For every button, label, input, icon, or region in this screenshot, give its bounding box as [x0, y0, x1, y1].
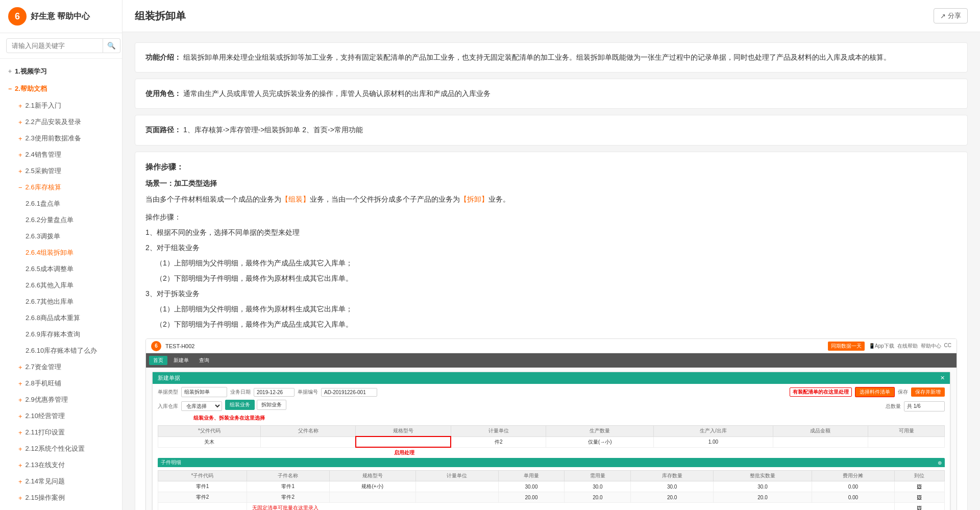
search-button[interactable]: 🔍 — [103, 38, 120, 53]
operations-section: 操作步骤： 场景一：加工类型选择 当由多个子件材料组装成一个成品的业务为【组装】… — [135, 152, 968, 510]
sim-topbar: 6 TEST-H002 同期数据一天 📱App下载 在线帮助 帮助中心 CC — [146, 339, 957, 353]
sim-actions: 📱App下载 在线帮助 帮助中心 CC — [869, 343, 951, 350]
sidebar-item-adjust[interactable]: 2.6.3调拨单 — [0, 228, 122, 245]
prefix-icon: + — [18, 363, 22, 371]
sidebar-item-sales[interactable]: + 2.4销售管理 — [0, 147, 122, 163]
prefix-icon: + — [18, 494, 22, 502]
sim-help-center: 帮助中心 — [921, 343, 941, 350]
lower-th-unit: 计量单位 — [415, 471, 498, 481]
sidebar-item-assembly[interactable]: 2.6.4组装拆卸单 — [0, 245, 122, 261]
lower-th-stock: 库存数量 — [631, 471, 714, 481]
sim-body: 新建单据 ✕ 单据类型 组装拆卸单 业务日期 2019-12-26 — [146, 368, 957, 510]
sidebar-item-label: 2.6.6其他入库单 — [26, 281, 74, 290]
sidebar-item-online[interactable]: + 2.13在线支付 — [0, 457, 122, 473]
sim-dialog-close[interactable]: ✕ — [940, 375, 945, 381]
bom-note-label: 有装配清单的在这里处理 — [790, 387, 852, 397]
sidebar-item-coupon[interactable]: + 2.9优惠券管理 — [0, 392, 122, 408]
lower-th-cost: 费用分摊 — [812, 471, 895, 481]
sidebar-item-purchase[interactable]: + 2.5采购管理 — [0, 163, 122, 179]
expand-icon: − — [8, 85, 12, 92]
sim-nav-home[interactable]: 首页 — [149, 356, 167, 365]
lower-td-need-1: 30.0 — [565, 481, 631, 492]
sim-select-bom-btn[interactable]: 选择料件清单 — [855, 387, 895, 397]
sidebar-item-video[interactable]: + 1.视频学习 — [0, 63, 122, 80]
sidebar-item-label: 2.6.5成本调整单 — [26, 264, 74, 274]
sim-company: TEST-H002 — [165, 343, 824, 349]
sim-warehouse-select[interactable]: 仓库选择 — [181, 401, 222, 411]
sidebar-item-inbound[interactable]: 2.6.6其他入库单 — [0, 277, 122, 294]
sidebar-item-cases[interactable]: + 2.15操作案例 — [0, 490, 122, 506]
lower-td-unit-1 — [415, 481, 498, 492]
sidebar-item-label: 2.6.10库存账本错了么办 — [26, 346, 97, 355]
sidebar-item-inventory[interactable]: − 2.6库存核算 — [0, 179, 122, 196]
sim-lower-table-wrapper: *子件代码 子件名称 规格型号 计量单位 单用量 需用量 库存数量 — [158, 468, 945, 510]
page-path-label: 页面路径： — [145, 126, 181, 134]
prefix-icon: + — [18, 412, 22, 420]
sidebar-item-data[interactable]: + 2.3使用前数据准备 — [0, 130, 122, 147]
sidebar-item-ledger[interactable]: 2.6.9库存账本查询 — [0, 326, 122, 343]
sidebar-item-stocktake[interactable]: 2.6.1盘点单 — [0, 196, 122, 212]
step-2-1: （1）上部明细为父件明细，最终作为产成品生成其它入库单； — [145, 256, 957, 270]
sidebar-item-ops[interactable]: + 2.10经营管理 — [0, 408, 122, 424]
lower-th-need-qty: 需用量 — [565, 471, 631, 481]
form-label-date: 业务日期 — [230, 388, 251, 396]
form-input-type[interactable]: 组装拆卸单 — [181, 387, 227, 397]
sidebar-item-label: 2.5采购管理 — [26, 166, 61, 176]
sim-type-tabs: 组装业务 拆卸业务 — [225, 400, 286, 410]
sidebar-item-outbound[interactable]: 2.6.7其他出库单 — [0, 294, 122, 310]
page-path-content: 1、库存核算->库存管理->组装拆卸单 2、首页->常用功能 — [183, 126, 363, 134]
sim-nav: 首页 新建单 查询 — [146, 353, 957, 368]
lower-td-cost-2: 0.00 — [812, 492, 895, 503]
upper-td-spec — [356, 436, 451, 447]
sim-logo-icon: 6 — [151, 341, 161, 351]
lower-td-need-2: 20.0 — [565, 492, 631, 503]
lower-table-row-1: 零件1 零件1 规格(+小) 30.00 30.0 30.0 — [158, 481, 945, 492]
user-role-card: 使用角色： 通常由生产人员或库管人员完成拆装业务的操作，库管人员确认原材料的出库… — [135, 79, 968, 109]
lower-table-header-text: 子件明细 — [161, 459, 181, 466]
sidebar-item-print[interactable]: + 2.11打印设置 — [0, 424, 122, 441]
form-input-num[interactable]: AD-20191226-001 — [321, 388, 377, 397]
sidebar-item-label: 2.7资金管理 — [26, 362, 61, 372]
sidebar-item-system[interactable]: + 2.12系统个性化设置 — [0, 441, 122, 457]
upper-th-unit: 计量单位 — [451, 426, 546, 437]
sidebar-item-finance[interactable]: + 2.7资金管理 — [0, 359, 122, 375]
sidebar-item-costcalc[interactable]: 2.6.8商品成本重算 — [0, 310, 122, 326]
sim-tab-disassembly[interactable]: 拆卸业务 — [257, 400, 286, 410]
step-1: 1、根据不同的业务，选择不同单据的类型来处理 — [145, 225, 957, 239]
lower-td-cost-1: 0.00 — [812, 481, 895, 492]
share-button[interactable]: ↗ 分享 — [934, 8, 968, 23]
sidebar-item-cost[interactable]: 2.6.5成本调整单 — [0, 261, 122, 277]
prefix-icon: + — [18, 396, 22, 404]
sidebar-item-label: 2.12系统个性化设置 — [26, 444, 85, 453]
sidebar-item-partial[interactable]: 2.6.2分量盘点单 — [0, 212, 122, 228]
sim-sync-btn[interactable]: 同期数据一天 — [828, 342, 865, 351]
sim-topbar-buttons: 同期数据一天 — [828, 342, 865, 351]
lower-th-code: *子件代码 — [158, 471, 247, 481]
upper-td-inout: 1.00 — [654, 436, 773, 447]
sidebar-item-newbie[interactable]: + 2.1新手入门 — [0, 98, 122, 114]
lower-td-spec-1: 规格(+小) — [329, 481, 415, 492]
lower-table-expand[interactable]: ⊕ — [938, 460, 942, 466]
sidebar-item-docs[interactable]: − 2.帮助文档 — [0, 80, 122, 98]
sim-save-label: 保存 — [898, 388, 908, 396]
search-input[interactable] — [6, 38, 103, 53]
sidebar-item-label: 2.15操作案例 — [26, 493, 65, 502]
lower-td-arrive-2: 🖼 — [894, 492, 944, 503]
sidebar-item-label: 2.13在线支付 — [26, 460, 65, 470]
sidebar-item-error[interactable]: 2.6.10库存账本错了么办 — [0, 343, 122, 359]
form-input-date[interactable]: 2019-12-26 — [254, 388, 295, 397]
sidebar-item-label: 2.帮助文档 — [15, 84, 47, 93]
sim-tab-assembly[interactable]: 组装业务 — [225, 400, 255, 410]
sim-nav-new[interactable]: 新建单 — [169, 356, 193, 365]
sidebar-item-install[interactable]: + 2.2产品安装及登录 — [0, 114, 122, 130]
sidebar-item-mobile[interactable]: + 2.8手机旺铺 — [0, 375, 122, 392]
enable-annotation: 启用处理 — [394, 449, 414, 456]
lower-th-name: 子件名称 — [247, 471, 329, 481]
sim-nav-query[interactable]: 查询 — [195, 356, 213, 365]
user-role-content: 通常由生产人员或库管人员完成拆装业务的操作，库管人员确认原材料的出库和产成品的入… — [183, 89, 491, 98]
lower-td-arrive-3: 🖼 — [894, 503, 944, 510]
sidebar-item-faq[interactable]: + 2.14常见问题 — [0, 473, 122, 490]
sim-save-btn[interactable]: 保存并新增 — [911, 387, 945, 397]
sidebar-item-label: 2.6.4组装拆卸单 — [26, 248, 74, 257]
sidebar-item-label: 2.3使用前数据准备 — [26, 134, 81, 143]
